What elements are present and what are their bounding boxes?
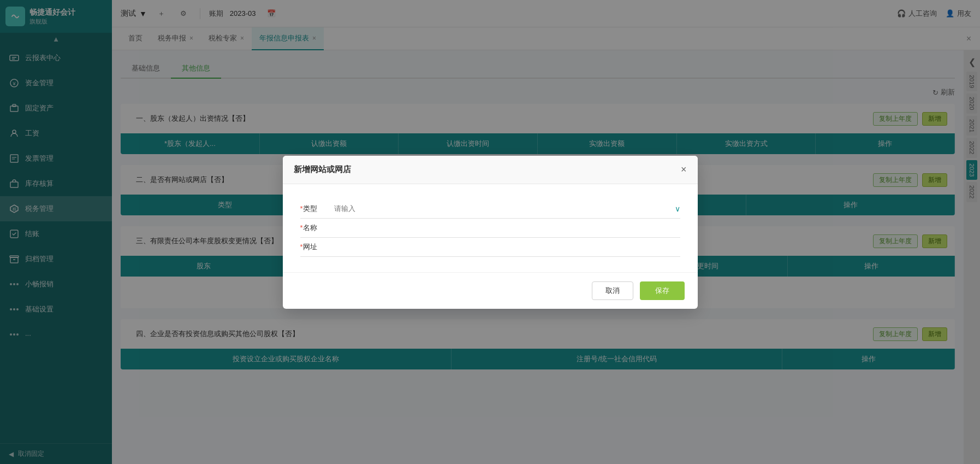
modal-dialog: 新增网站或网店 × *类型 ∨ *名称 xyxy=(283,156,698,309)
save-button[interactable]: 保存 xyxy=(640,281,685,300)
dropdown-arrow-icon: ∨ xyxy=(675,204,680,213)
name-input[interactable] xyxy=(334,224,680,232)
modal-header: 新增网站或网店 × xyxy=(283,156,698,184)
modal-overlay[interactable]: 新增网站或网店 × *类型 ∨ *名称 xyxy=(0,0,980,464)
form-field-name: *名称 xyxy=(300,219,680,238)
cancel-button[interactable]: 取消 xyxy=(592,281,633,300)
type-select-wrapper: ∨ xyxy=(334,204,680,213)
required-asterisk-url: * xyxy=(300,243,303,251)
name-label: *名称 xyxy=(300,223,328,233)
modal-title: 新增网站或网店 xyxy=(294,165,351,175)
form-field-type: *类型 ∨ xyxy=(300,199,680,219)
required-asterisk-type: * xyxy=(300,204,303,213)
url-input[interactable] xyxy=(334,243,680,251)
modal-body: *类型 ∨ *名称 *网址 xyxy=(283,184,698,272)
modal-close-button[interactable]: × xyxy=(681,165,687,174)
type-input[interactable] xyxy=(334,204,675,213)
required-asterisk-name: * xyxy=(300,224,303,232)
form-field-url: *网址 xyxy=(300,238,680,257)
modal-footer: 取消 保存 xyxy=(283,272,698,309)
url-label: *网址 xyxy=(300,242,328,252)
type-label: *类型 xyxy=(300,204,328,214)
